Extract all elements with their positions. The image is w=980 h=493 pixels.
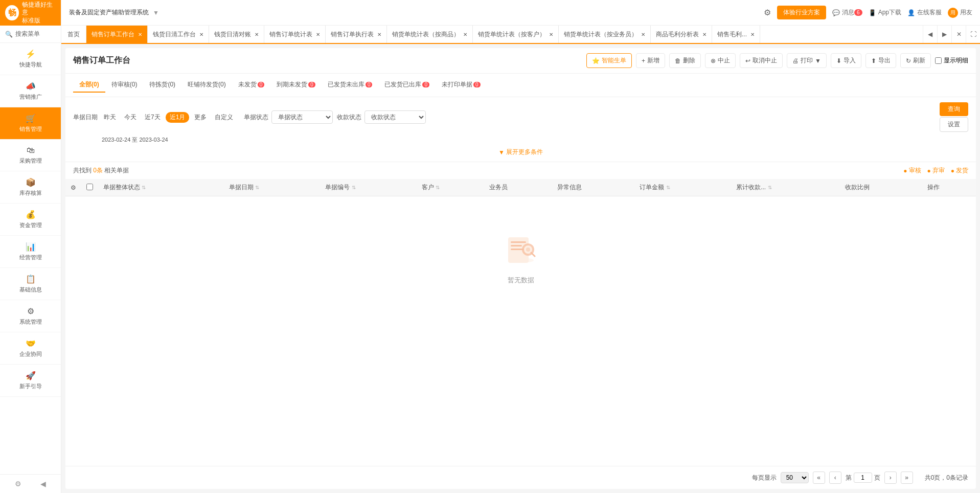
settings-icon[interactable]: ⚙ (15, 480, 21, 488)
tab-cash-reconcile[interactable]: 钱货日清对账 ✕ (209, 26, 264, 43)
sidebar-item-sales[interactable]: 🛒 销售管理 (0, 107, 61, 140)
date-option-custom[interactable]: 自定义 (212, 112, 236, 123)
date-options-group: 昨天 今天 近7天 近1月 更多 自定义 (101, 112, 236, 123)
per-page-select[interactable]: 10 20 50 100 (781, 472, 809, 483)
filter-tab-all[interactable]: 全部(0) (73, 78, 105, 93)
tab-close-cash-daily[interactable]: ✕ (199, 32, 203, 37)
filter-tab-pending-pickup[interactable]: 待拣货(0) (143, 78, 181, 93)
user-btn[interactable]: 用 用友 (948, 8, 972, 18)
tab-sales-more[interactable]: 销售毛利... ✕ (712, 26, 760, 43)
smart-generate-btn[interactable]: ⭐ 智能生单 (586, 53, 632, 68)
cancel-stop-icon: ↩ (745, 57, 750, 64)
filter-tab-overdue[interactable]: 到期未发货0 (270, 78, 322, 93)
orders-table: ⚙ 单据整体状态 ⇅ 单据日期 ⇅ (65, 179, 976, 196)
add-btn[interactable]: + 新增 (636, 53, 665, 68)
batch-unreviewed-btn[interactable]: ● 弃审 (927, 166, 945, 175)
date-field: 单据日期 昨天 今天 近7天 近1月 更多 自定义 (73, 112, 236, 123)
sidebar-item-finance[interactable]: 💰 资金管理 (0, 204, 61, 236)
col-customer[interactable]: 客户 ⇅ (417, 179, 484, 196)
shipped-out-badge: 0 (422, 82, 429, 87)
tab-close-staff[interactable]: ✕ (641, 32, 645, 37)
tab-close-sales-exec[interactable]: ✕ (377, 32, 381, 37)
sidebar-search[interactable]: 🔍 搜索菜单 (0, 26, 61, 43)
date-option-1month[interactable]: 近1月 (166, 112, 190, 123)
online-service-btn[interactable]: 👤 在线客服 (907, 8, 942, 17)
filter-tab-wangpu-ship[interactable]: 旺铺待发货(0) (181, 78, 232, 93)
last-page-btn[interactable]: » (901, 472, 913, 484)
stop-btn[interactable]: ⊗ 中止 (705, 53, 736, 68)
sidebar-item-purchase[interactable]: 🛍 采购管理 (0, 140, 61, 171)
sidebar-item-basic[interactable]: 📋 基础信息 (0, 268, 61, 300)
show-detail-toggle[interactable]: 显示明细 (935, 56, 968, 65)
import-btn[interactable]: ⬇ 导入 (831, 53, 861, 68)
col-amount[interactable]: 订单金额 ⇅ (634, 179, 731, 196)
sidebar-item-operation[interactable]: 📊 经营管理 (0, 236, 61, 268)
batch-review-btn[interactable]: ● 审核 (903, 166, 921, 175)
date-option-more[interactable]: 更多 (191, 112, 210, 123)
tab-gross-profit[interactable]: 商品毛利分析表 ✕ (651, 26, 712, 43)
tab-close-product[interactable]: ✕ (463, 32, 467, 37)
sidebar-item-inventory[interactable]: 📦 库存核算 (0, 171, 61, 204)
tab-close-all[interactable]: ✕ (951, 26, 966, 43)
first-page-btn[interactable]: « (813, 472, 825, 484)
tab-scroll-right[interactable]: ▶ (937, 26, 951, 43)
tab-close-sales-stat[interactable]: ✕ (316, 32, 320, 37)
tab-close-cash-reconcile[interactable]: ✕ (255, 32, 259, 37)
app-download-btn[interactable]: 📱 App下载 (869, 8, 901, 17)
tab-fullscreen[interactable]: ⛶ (966, 26, 980, 43)
sidebar-item-enterprise[interactable]: 🤝 企业协同 (0, 332, 61, 365)
next-page-btn[interactable]: › (884, 472, 897, 484)
tab-sales-workbench[interactable]: 销售订单工作台 ✕ (86, 26, 148, 43)
tab-close-sales-workbench[interactable]: ✕ (138, 32, 142, 37)
export-btn[interactable]: ⬆ 导出 (865, 53, 896, 68)
filter-tab-shipped-not-out[interactable]: 已发货未出库0 (322, 78, 379, 93)
col-settings[interactable]: ⚙ (65, 179, 81, 196)
tab-home[interactable]: 首页 (61, 26, 86, 43)
page-input[interactable] (854, 473, 872, 483)
show-detail-checkbox[interactable] (935, 57, 942, 64)
filter-tab-not-printed[interactable]: 未打印单据0 (436, 78, 487, 93)
cancel-stop-btn[interactable]: ↩ 取消中止 (740, 53, 783, 68)
tab-scroll-left[interactable]: ◀ (923, 26, 937, 43)
col-received[interactable]: 累计收款... ⇅ (731, 179, 839, 196)
message-btn[interactable]: 💬 消息 6 (832, 8, 862, 17)
chevron-down-icon[interactable]: ▼ (153, 9, 159, 16)
tab-sales-summary-customer[interactable]: 销货单统计表（按客户） ✕ (473, 26, 559, 43)
industry-btn[interactable]: 体验行业方案 (777, 6, 826, 19)
sidebar-item-marketing[interactable]: 📣 营销推广 (0, 75, 61, 107)
query-btn[interactable]: 查询 (940, 102, 968, 116)
expand-btn[interactable]: ▼ 展开更多条件 (498, 148, 543, 156)
col-status[interactable]: 单据整体状态 ⇅ (98, 179, 224, 196)
batch-ship-btn[interactable]: ● 发货 (951, 166, 968, 175)
col-date[interactable]: 单据日期 ⇅ (224, 179, 321, 196)
sidebar-item-quick-nav[interactable]: ⚡ 快捷导航 (0, 43, 61, 75)
filter-tab-shipped-out[interactable]: 已发货已出库0 (378, 78, 436, 93)
status-select[interactable]: 单据状态 (271, 110, 333, 124)
sidebar-item-system[interactable]: ⚙ 系统管理 (0, 300, 61, 332)
select-all-checkbox[interactable] (86, 184, 93, 190)
setting-btn[interactable]: 设置 (940, 117, 968, 132)
prev-page-btn[interactable]: ‹ (829, 472, 841, 484)
tab-sales-summary-staff[interactable]: 销货单统计表（按业务员） ✕ (559, 26, 651, 43)
filter-tab-not-shipped[interactable]: 未发货0 (232, 78, 271, 93)
tab-cash-daily[interactable]: 钱货日清工作台 ✕ (148, 26, 209, 43)
refresh-btn[interactable]: ↻ 刷新 (900, 53, 931, 68)
payment-select[interactable]: 收款状态 (364, 110, 426, 124)
tab-close-more[interactable]: ✕ (750, 32, 755, 37)
tab-close-gross[interactable]: ✕ (702, 32, 706, 37)
collapse-icon[interactable]: ◀ (40, 480, 46, 488)
delete-btn[interactable]: 🗑 删除 (669, 53, 701, 68)
tab-close-customer[interactable]: ✕ (549, 32, 553, 37)
sidebar-item-guide[interactable]: 🚀 新手引导 (0, 365, 61, 397)
date-option-yesterday[interactable]: 昨天 (101, 112, 119, 123)
tab-sales-exec[interactable]: 销售订单执行表 ✕ (326, 26, 387, 43)
print-btn[interactable]: 🖨 打印 ▼ (787, 53, 827, 68)
table-area: 共找到 0条 相关单据 ● 审核 ● 弃审 ● 发货 (65, 162, 976, 489)
settings-icon[interactable]: ⚙ (764, 8, 771, 17)
tab-sales-summary-product[interactable]: 销货单统计表（按商品） ✕ (387, 26, 473, 43)
filter-tab-pending-review[interactable]: 待审核(0) (105, 78, 144, 93)
date-option-7days[interactable]: 近7天 (142, 112, 164, 123)
col-number[interactable]: 单据编号 ⇅ (320, 179, 417, 196)
date-option-today[interactable]: 今天 (121, 112, 140, 123)
tab-sales-stat[interactable]: 销售订单统计表 ✕ (264, 26, 326, 43)
